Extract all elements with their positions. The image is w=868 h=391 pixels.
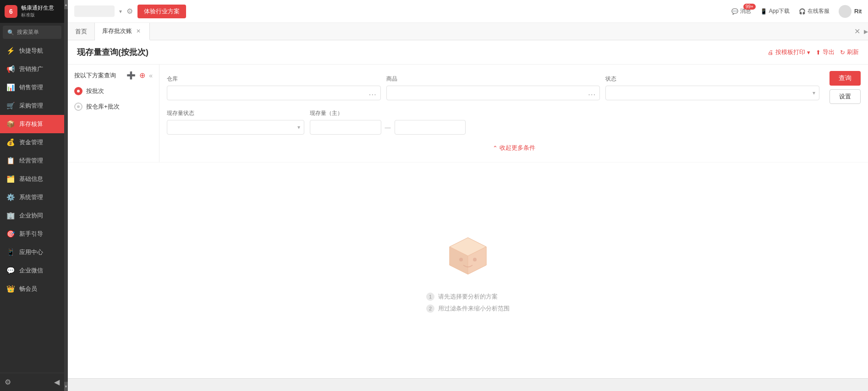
sidebar-item-label: 畅会员 bbox=[19, 285, 37, 293]
inventory-main-max[interactable] bbox=[399, 124, 462, 131]
sidebar-item-label: 应用中心 bbox=[19, 248, 43, 256]
empty-hint-2: 2 用过滤条件来缩小分析范围 bbox=[426, 304, 510, 313]
sidebar-search[interactable]: 🔍 搜索菜单 bbox=[3, 26, 61, 39]
scheme-panel: 按以下方案查询 ➕ ⊕ « 按批次 bbox=[68, 65, 159, 162]
sidebar-item-label: 新手引导 bbox=[19, 230, 43, 238]
scheme-item-by-warehouse-batch[interactable]: 按仓库+批次 bbox=[68, 99, 159, 114]
scheme-active-dot bbox=[74, 87, 82, 95]
scroll-up-btn[interactable]: ▲ bbox=[64, 0, 68, 9]
scheme-collapse-icon[interactable]: « bbox=[149, 72, 153, 79]
sidebar-item-operation[interactable]: 📋 经营管理 bbox=[0, 152, 64, 170]
print-icon: 🖨 bbox=[768, 49, 774, 56]
scheme-item-by-batch[interactable]: 按批次 bbox=[68, 83, 159, 99]
sidebar-header: 6 畅康通好生意 标准版 bbox=[0, 0, 64, 23]
inventory-main-min-input[interactable] bbox=[310, 120, 381, 135]
sidebar-item-purchase[interactable]: 🛒 采购管理 bbox=[0, 97, 64, 115]
tab-home[interactable]: 首页 bbox=[68, 23, 95, 40]
sidebar-item-app-center[interactable]: 📱 应用中心 bbox=[0, 243, 64, 261]
scheme-panel-icons: ➕ ⊕ « bbox=[126, 71, 153, 80]
scheme-setting-icon[interactable]: ⊕ bbox=[139, 71, 145, 80]
collapse-more-btn[interactable]: ⌃ 收起更多条件 bbox=[167, 140, 861, 156]
marketing-icon: 📢 bbox=[6, 65, 15, 73]
settings-btn[interactable]: 设置 bbox=[830, 89, 861, 104]
sidebar-item-marketing[interactable]: 📢 营销推广 bbox=[0, 60, 64, 78]
print-dropdown-icon: ▾ bbox=[807, 49, 810, 56]
collapse-icon[interactable]: ◀ bbox=[54, 378, 60, 386]
online-service-btn[interactable]: 🎧 在线客服 bbox=[799, 7, 830, 15]
warehouse-input[interactable] bbox=[171, 89, 368, 96]
scheme-inactive-dot bbox=[74, 103, 82, 111]
message-badge: 99+ bbox=[743, 4, 756, 10]
settings-icon[interactable]: ⚙ bbox=[5, 378, 11, 386]
sidebar-item-newbie[interactable]: 🎯 新手引导 bbox=[0, 225, 64, 243]
sidebar-scrollbar: ▲ ▼ bbox=[64, 0, 68, 391]
status-select[interactable]: ▾ bbox=[605, 86, 819, 100]
refresh-btn[interactable]: ↻ 刷新 bbox=[840, 48, 859, 56]
trial-btn[interactable]: 体验行业方案 bbox=[137, 5, 186, 18]
range-dash: — bbox=[385, 124, 391, 131]
sales-icon: 📊 bbox=[6, 83, 15, 92]
tab-inventory-batch[interactable]: 库存批次账 ✕ bbox=[95, 23, 150, 40]
message-btn[interactable]: 💬 消息 99+ bbox=[731, 7, 751, 15]
user-name: Rit bbox=[854, 8, 862, 15]
tab-close-icon[interactable]: ✕ bbox=[135, 27, 142, 35]
tabs-close-all-btn[interactable]: ✕ bbox=[854, 27, 860, 36]
service-icon: 🎧 bbox=[799, 8, 806, 15]
scheme-panel-title: 按以下方案查询 bbox=[74, 71, 116, 80]
topbar-gear-icon[interactable]: ⚙ bbox=[126, 7, 133, 16]
user-profile-btn[interactable]: Rit bbox=[839, 5, 862, 18]
empty-hints: 1 请先选择要分析的方案 2 用过滤条件来缩小分析范围 bbox=[426, 293, 510, 313]
sidebar-item-finance[interactable]: 💰 资金管理 bbox=[0, 133, 64, 152]
print-btn[interactable]: 🖨 按模板打印 ▾ bbox=[768, 48, 810, 56]
status-field: 状态 ▾ bbox=[605, 75, 819, 100]
app-logo: 6 bbox=[5, 5, 17, 18]
empty-hint-1: 1 请先选择要分析的方案 bbox=[426, 293, 510, 301]
breadcrumb-dropdown-icon[interactable]: ▾ bbox=[119, 8, 122, 15]
app-download-icon: 📱 bbox=[760, 8, 767, 15]
sidebar-item-system[interactable]: ⚙️ 系统管理 bbox=[0, 188, 64, 206]
app-download-btn[interactable]: 📱 App下载 bbox=[760, 7, 790, 15]
sidebar-item-wechat[interactable]: 💬 企业微信 bbox=[0, 261, 64, 280]
inventory-main-max-input[interactable] bbox=[395, 120, 466, 135]
warehouse-input-wrap[interactable]: … bbox=[167, 86, 381, 100]
page-header: 现存量查询(按批次) 🖨 按模板打印 ▾ ⬆ 导出 ↻ 刷新 bbox=[68, 40, 868, 65]
sidebar-item-label: 系统管理 bbox=[19, 193, 43, 201]
tabs-more-icon[interactable]: ▶ bbox=[864, 28, 868, 35]
hint-text-1: 请先选择要分析的方案 bbox=[438, 293, 498, 301]
topbar: ▾ ⚙ 体验行业方案 💬 消息 99+ 📱 App下载 🎧 在线客服 Rit bbox=[68, 0, 868, 23]
sidebar-item-label: 快捷导航 bbox=[19, 47, 43, 55]
inventory-main-label: 现存量（主） bbox=[310, 109, 466, 117]
export-btn[interactable]: ⬆ 导出 bbox=[816, 48, 835, 56]
query-btn[interactable]: 查询 bbox=[830, 71, 861, 86]
sidebar-item-sales[interactable]: 📊 销售管理 bbox=[0, 78, 64, 97]
sidebar-item-inventory[interactable]: 📦 库存核算 bbox=[0, 115, 64, 133]
sidebar-item-basic-info[interactable]: 🗂️ 基础信息 bbox=[0, 170, 64, 188]
inventory-icon: 📦 bbox=[6, 120, 15, 128]
filter-row-1: 仓库 … 商品 … 状态 bbox=[167, 71, 861, 104]
hint-num-2: 2 bbox=[426, 304, 434, 313]
empty-illustration bbox=[440, 228, 495, 283]
sidebar-item-quick-nav[interactable]: ⚡ 快捷导航 bbox=[0, 42, 64, 60]
scheme-add-icon[interactable]: ➕ bbox=[126, 71, 136, 80]
page-content: 现存量查询(按批次) 🖨 按模板打印 ▾ ⬆ 导出 ↻ 刷新 bbox=[68, 40, 868, 378]
sidebar-item-label: 经营管理 bbox=[19, 157, 43, 165]
refresh-icon: ↻ bbox=[840, 49, 845, 56]
collapse-more-label: 收起更多条件 bbox=[500, 144, 535, 152]
query-btn-area: 查询 设置 bbox=[830, 71, 861, 104]
collapse-chevron-up-icon: ⌃ bbox=[493, 145, 498, 152]
svg-point-5 bbox=[473, 258, 477, 261]
sidebar-item-member[interactable]: 👑 畅会员 bbox=[0, 280, 64, 298]
app-download-label: App下载 bbox=[769, 7, 790, 15]
sidebar-item-enterprise[interactable]: 🏢 企业协同 bbox=[0, 206, 64, 225]
product-input[interactable] bbox=[390, 89, 588, 96]
page-title: 现存量查询(按批次) bbox=[77, 47, 148, 58]
main-area: ▾ ⚙ 体验行业方案 💬 消息 99+ 📱 App下载 🎧 在线客服 Rit bbox=[68, 0, 868, 391]
export-label: 导出 bbox=[823, 48, 835, 56]
inventory-main-min[interactable] bbox=[314, 124, 377, 131]
sidebar-item-label: 采购管理 bbox=[19, 102, 43, 110]
scroll-down-btn[interactable]: ▼ bbox=[64, 382, 68, 391]
product-dots[interactable]: … bbox=[588, 88, 596, 98]
warehouse-dots[interactable]: … bbox=[368, 88, 377, 98]
product-input-wrap[interactable]: … bbox=[386, 86, 600, 100]
inventory-status-select[interactable]: ▾ bbox=[167, 120, 304, 135]
